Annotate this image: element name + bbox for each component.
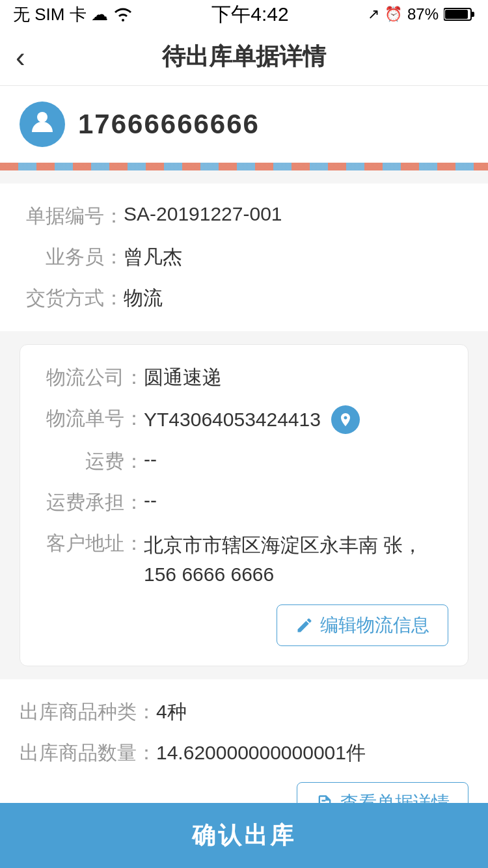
goods-types-row: 出库商品种类： 4种 bbox=[20, 699, 468, 726]
freight-row: 运费： -- bbox=[40, 448, 448, 475]
confirm-button[interactable]: 确认出库 bbox=[0, 803, 488, 868]
address-label: 客户地址： bbox=[40, 530, 144, 557]
svg-point-3 bbox=[37, 112, 47, 122]
avatar bbox=[20, 102, 65, 147]
freight-value: -- bbox=[144, 448, 448, 470]
sim-status: 无 SIM 卡 ☁ bbox=[13, 3, 108, 26]
salesperson-label: 业务员： bbox=[20, 244, 124, 271]
battery-percent: 87% bbox=[407, 5, 439, 23]
edit-logistics-label: 编辑物流信息 bbox=[320, 613, 429, 638]
customer-phone: 17666666666 bbox=[78, 109, 260, 140]
wifi-icon bbox=[113, 7, 133, 21]
location-icon[interactable] bbox=[331, 405, 360, 434]
tracking-label: 物流单号： bbox=[40, 405, 144, 432]
confirm-label: 确认出库 bbox=[192, 820, 296, 852]
alarm-icon: ⏰ bbox=[385, 6, 402, 23]
goods-types-label: 出库商品种类： bbox=[20, 699, 156, 726]
order-number-value: SA-20191227-001 bbox=[124, 203, 468, 225]
freight-label: 运费： bbox=[40, 448, 144, 475]
freight-responsibility-label: 运费承担： bbox=[40, 489, 144, 516]
edit-icon bbox=[295, 616, 314, 634]
edit-logistics-section: 编辑物流信息 bbox=[40, 604, 448, 646]
delivery-method-row: 交货方式： 物流 bbox=[20, 285, 468, 312]
status-right: ↗ ⏰ 87% bbox=[368, 5, 475, 23]
delivery-method-label: 交货方式： bbox=[20, 285, 124, 312]
person-icon bbox=[29, 109, 55, 141]
logistics-company-label: 物流公司： bbox=[40, 364, 144, 391]
navigation-icon: ↗ bbox=[368, 6, 379, 23]
goods-quantity-row: 出库商品数量： 14.620000000000001件 bbox=[20, 740, 468, 766]
address-row: 客户地址： 北京市市辖区海淀区永丰南 张，156 6666 6666 bbox=[40, 530, 448, 589]
delivery-method-value: 物流 bbox=[124, 285, 468, 312]
order-info-section: 单据编号： SA-20191227-001 业务员： 曾凡杰 交货方式： 物流 bbox=[0, 183, 488, 331]
goods-quantity-label: 出库商品数量： bbox=[20, 740, 156, 766]
salesperson-row: 业务员： 曾凡杰 bbox=[20, 244, 468, 271]
freight-responsibility-value: -- bbox=[144, 489, 448, 511]
address-value: 北京市市辖区海淀区永丰南 张，156 6666 6666 bbox=[144, 530, 448, 589]
tracking-row: 物流单号： YT43064053424413 bbox=[40, 405, 448, 434]
back-button[interactable]: ‹ bbox=[16, 43, 25, 72]
tracking-number: YT43064053424413 bbox=[144, 409, 321, 431]
freight-responsibility-row: 运费承担： -- bbox=[40, 489, 448, 516]
goods-quantity-value: 14.620000000000001件 bbox=[156, 740, 468, 766]
person-svg bbox=[29, 109, 55, 135]
goods-types-value: 4种 bbox=[156, 699, 468, 726]
order-number-row: 单据编号： SA-20191227-001 bbox=[20, 203, 468, 230]
dashed-border bbox=[0, 163, 488, 170]
status-left: 无 SIM 卡 ☁ bbox=[13, 3, 133, 26]
salesperson-value: 曾凡杰 bbox=[124, 244, 468, 271]
logistics-company-row: 物流公司： 圆通速递 bbox=[40, 364, 448, 391]
svg-rect-1 bbox=[471, 12, 474, 17]
battery-icon bbox=[444, 7, 475, 22]
svg-rect-2 bbox=[445, 10, 468, 19]
customer-header: 17666666666 bbox=[0, 86, 488, 163]
tracking-value: YT43064053424413 bbox=[144, 405, 448, 434]
logistics-card: 物流公司： 圆通速递 物流单号： YT43064053424413 运费： --… bbox=[20, 344, 468, 666]
order-number-label: 单据编号： bbox=[20, 203, 124, 230]
status-time: 下午4:42 bbox=[211, 1, 288, 28]
logistics-company-value: 圆通速递 bbox=[144, 364, 448, 391]
location-svg bbox=[338, 412, 353, 427]
edit-logistics-button[interactable]: 编辑物流信息 bbox=[277, 604, 448, 646]
status-bar: 无 SIM 卡 ☁ 下午4:42 ↗ ⏰ 87% bbox=[0, 0, 488, 29]
page-title: 待出库单据详情 bbox=[162, 41, 326, 73]
nav-bar: ‹ 待出库单据详情 bbox=[0, 29, 488, 86]
